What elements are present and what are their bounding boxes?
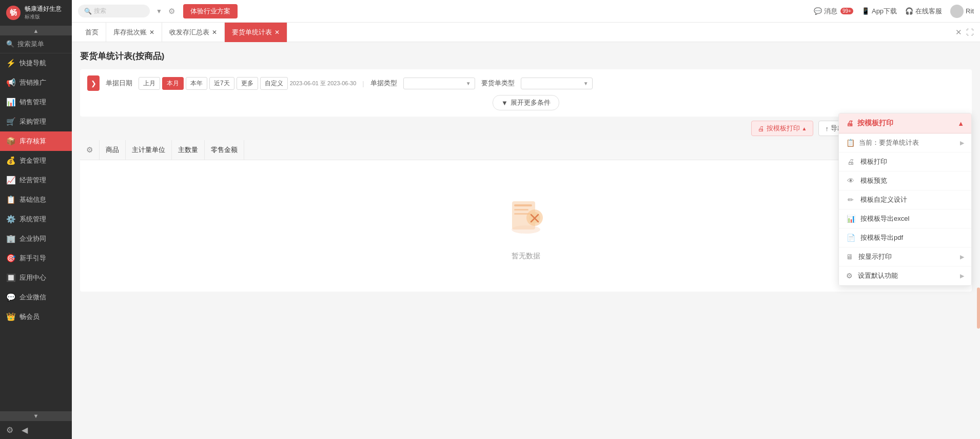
sidebar-item-guide[interactable]: 🎯 新手引导: [0, 249, 72, 268]
nav-label-enterprise: 企业协同: [19, 234, 46, 243]
sidebar-item-purchase[interactable]: 🛒 采购管理: [0, 112, 72, 131]
sidebar-item-quick-nav[interactable]: ⚡ 快捷导航: [0, 53, 72, 73]
message-badge: 99+: [840, 8, 853, 14]
date-btn-this-year[interactable]: 本年: [186, 77, 207, 90]
trial-btn[interactable]: 体验行业方案: [183, 4, 238, 18]
filter-expand-btn[interactable]: ▼ 展开更多条件: [493, 95, 559, 110]
filter-toggle-btn[interactable]: ❯: [87, 75, 100, 91]
tab-home[interactable]: 首页: [78, 23, 106, 42]
tab-expand-icon[interactable]: ⛶: [966, 28, 974, 36]
sidebar-item-marketing[interactable]: 📢 营销推广: [0, 73, 72, 92]
col-gear[interactable]: ⚙: [80, 140, 100, 160]
sidebar-item-enterprise[interactable]: 🏢 企业协同: [0, 229, 72, 249]
nav-label-operations: 经营管理: [19, 176, 46, 185]
sidebar-item-sales[interactable]: 📊 销售管理: [0, 92, 72, 112]
print-dropdown-header[interactable]: 🖨 按模板打印 ▲: [839, 113, 971, 133]
dropdown-item-label-template-print: 模板打印: [860, 157, 887, 166]
dropdown-item-icon-template-export-pdf: 📄: [846, 233, 855, 242]
search-icon: 🔍: [6, 40, 14, 48]
tab-batch-account[interactable]: 库存批次账 ✕: [106, 23, 162, 42]
tab-receipt-summary-close[interactable]: ✕: [212, 29, 217, 36]
sidebar-item-basic-info[interactable]: 📋 基础信息: [0, 190, 72, 209]
app-title: 畅康通好生意: [25, 5, 62, 13]
filter-expand-label: 展开更多条件: [511, 98, 551, 107]
tab-order-stat-close[interactable]: ✕: [275, 29, 280, 36]
nav-icon-guide: 🎯: [6, 254, 15, 263]
topbar-gear-icon[interactable]: ⚙: [168, 7, 175, 16]
date-label: 单据日期: [106, 79, 132, 88]
home-tab-label: 首页: [85, 28, 99, 37]
display-print-icon: 🖥: [846, 253, 853, 261]
tab-receipt-summary[interactable]: 收发存汇总表 ✕: [162, 23, 225, 42]
sidebar-search[interactable]: 🔍 搜索菜单: [0, 35, 72, 53]
col-unit: 主计量单位: [126, 140, 172, 160]
nav-label-inventory: 库存核算: [19, 137, 46, 146]
dropdown-item-template-export-excel[interactable]: 📊 按模板导出excel: [839, 209, 971, 228]
sidebar-scroll-down[interactable]: ▼: [0, 411, 72, 421]
dropdown-item-template-design[interactable]: ✏ 模板自定义设计: [839, 190, 971, 209]
date-btn-7days[interactable]: 近7天: [209, 77, 234, 90]
date-btn-prev-month[interactable]: 上月: [139, 77, 160, 90]
empty-text: 暂无数据: [512, 252, 540, 261]
sidebar: 畅 畅康通好生意 标准版 ▲ 🔍 搜索菜单 ⚡ 快捷导航 📢 营销推广 📊 销售…: [0, 0, 72, 439]
topbar: 🔍 搜索 ▼ ⚙ 体验行业方案 💬 消息 99+ 📱 App下载 🎧 在线客服 …: [72, 0, 980, 23]
online-service-btn[interactable]: 🎧 在线客服: [905, 7, 942, 16]
yaohu-type-select[interactable]: [521, 78, 593, 89]
dropdown-item-icon-template-preview: 👁: [846, 176, 855, 185]
topbar-chevron-icon[interactable]: ▼: [156, 8, 162, 15]
sidebar-item-operations[interactable]: 📈 经营管理: [0, 170, 72, 190]
topbar-search-icon: 🔍: [84, 8, 92, 15]
nav-label-marketing: 营销推广: [19, 78, 46, 87]
sidebar-search-label: 搜索菜单: [17, 40, 44, 49]
settings-icon[interactable]: ⚙: [6, 425, 13, 435]
dropdown-item-template-export-pdf[interactable]: 📄 按模板导出pdf: [839, 228, 971, 247]
nav-label-sales: 销售管理: [19, 98, 46, 107]
set-default-left: ⚙ 设置默认功能: [846, 271, 898, 280]
message-btn[interactable]: 💬 消息 99+: [814, 7, 853, 16]
sidebar-scroll-up[interactable]: ▲: [0, 26, 72, 35]
tab-close-all-icon[interactable]: ✕: [955, 28, 962, 37]
nav-icon-basic-info: 📋: [6, 195, 15, 204]
user-avatar-btn[interactable]: Rit: [950, 5, 974, 18]
date-btn-custom[interactable]: 自定义: [260, 77, 288, 90]
tabs-bar-end: ✕ ⛶: [955, 28, 974, 37]
nav-icon-member: 👑: [6, 312, 15, 321]
sidebar-item-system[interactable]: ⚙️ 系统管理: [0, 209, 72, 229]
display-print-item[interactable]: 🖥 按显示打印 ▶: [839, 247, 971, 266]
display-print-label: 按显示打印: [858, 252, 892, 261]
nav-icon-sales: 📊: [6, 98, 15, 107]
nav-icon-enterprise: 🏢: [6, 234, 15, 243]
dropdown-item-template-preview[interactable]: 👁 模板预览: [839, 171, 971, 190]
svg-rect-2: [514, 204, 532, 206]
volume-icon[interactable]: ◀: [22, 425, 28, 435]
dropdown-item-icon-template-design: ✏: [846, 195, 855, 204]
right-scroll-thumb[interactable]: [977, 288, 980, 329]
type-select[interactable]: [403, 78, 475, 89]
tab-order-stat[interactable]: 要货单统计表 ✕: [225, 23, 287, 42]
nav-label-wechat: 企业微信: [19, 293, 46, 302]
print-dropdown-collapse-icon[interactable]: ▲: [957, 120, 964, 127]
app-download-btn[interactable]: 📱 App下载: [861, 7, 897, 16]
topbar-right: 💬 消息 99+ 📱 App下载 🎧 在线客服 Rit: [814, 5, 974, 18]
col-gear-icon: ⚙: [86, 145, 93, 154]
printer-icon: 🖨: [758, 125, 765, 132]
sidebar-item-app-center[interactable]: 🔲 应用中心: [0, 268, 72, 288]
set-default-item[interactable]: ⚙ 设置默认功能 ▶: [839, 266, 971, 285]
sidebar-item-finance[interactable]: 💰 资金管理: [0, 151, 72, 170]
print-btn[interactable]: 🖨 按模板打印 ▲: [751, 121, 814, 136]
current-label[interactable]: 📋 当前：要货单统计表 ▶: [839, 133, 971, 152]
yaohu-type-label: 要货单类型: [481, 79, 515, 88]
tab-batch-account-close[interactable]: ✕: [149, 29, 154, 36]
sidebar-item-inventory[interactable]: 📦 库存核算: [0, 131, 72, 151]
online-service-label: 在线客服: [915, 7, 942, 16]
sidebar-item-wechat[interactable]: 💬 企业微信: [0, 288, 72, 307]
dropdown-item-template-print[interactable]: 🖨 模板打印: [839, 152, 971, 171]
nav-icon-app-center: 🔲: [6, 273, 15, 282]
current-label-chevron: ▶: [960, 140, 964, 146]
topbar-search[interactable]: 🔍 搜索: [78, 5, 150, 17]
sidebar-item-member[interactable]: 👑 畅会员: [0, 307, 72, 327]
svg-rect-3: [514, 209, 528, 211]
nav-icon-purchase: 🛒: [6, 117, 15, 126]
date-btn-more[interactable]: 更多: [237, 77, 258, 90]
date-btn-current-month[interactable]: 本月: [162, 77, 184, 90]
